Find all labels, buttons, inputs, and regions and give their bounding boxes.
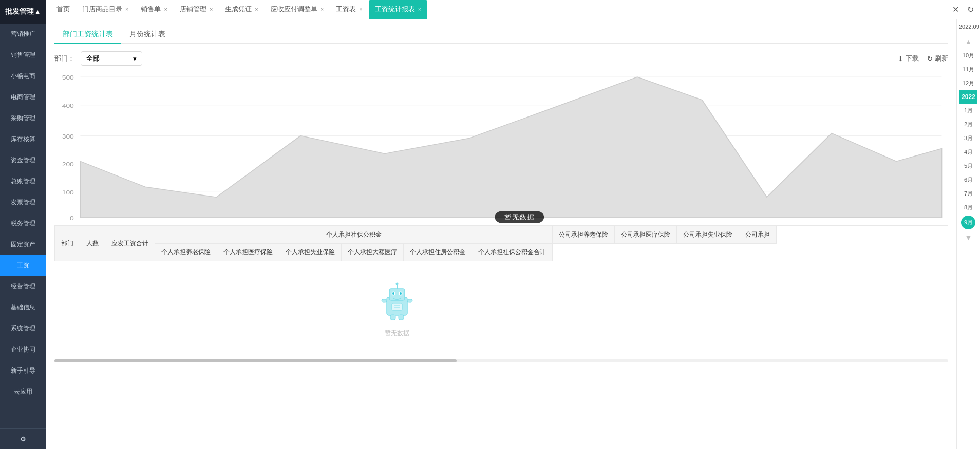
sub-tab-0[interactable]: 部门工资统计表 bbox=[54, 26, 121, 44]
svg-point-21 bbox=[392, 292, 394, 295]
download-label: 下载 bbox=[906, 54, 919, 63]
sidebar-item-销售管理[interactable]: 销售管理 bbox=[0, 45, 46, 66]
sidebar-item-工资[interactable]: 工资 bbox=[0, 255, 46, 276]
date-sidebar: 2022.09 ▲ 10月11月12月20221月2月3月4月5月6月7月8月9… bbox=[956, 19, 980, 449]
empty-state: 暂无数据 bbox=[55, 261, 739, 358]
chart-svg: 500 400 300 200 100 0 bbox=[54, 72, 948, 225]
sidebar-item-基础信息[interactable]: 基础信息 bbox=[0, 297, 46, 318]
date-item-5月[interactable]: 5月 bbox=[959, 159, 977, 173]
tab-1[interactable]: 门店商品目录× bbox=[76, 0, 135, 19]
tab-close-7[interactable]: × bbox=[418, 6, 421, 12]
refresh-button[interactable]: ↻ bbox=[965, 3, 976, 16]
tab-5[interactable]: 应收应付调整单× bbox=[265, 0, 330, 19]
sidebar-item-税务管理[interactable]: 税务管理 bbox=[0, 213, 46, 234]
sidebar-title: 批发管理 bbox=[5, 7, 34, 16]
sidebar-item-固定资产[interactable]: 固定资产 bbox=[0, 234, 46, 255]
tab-7[interactable]: 工资统计报表× bbox=[369, 0, 427, 19]
department-select[interactable]: 全部 ▾ bbox=[81, 51, 142, 66]
sidebar-item-电商管理[interactable]: 电商管理 bbox=[0, 87, 46, 108]
tab-close-5[interactable]: × bbox=[321, 6, 324, 12]
tab-label-2: 销售单 bbox=[141, 5, 161, 14]
download-button[interactable]: ⬇ 下载 bbox=[898, 54, 919, 63]
sidebar-item-云应用[interactable]: 云应用 bbox=[0, 381, 46, 402]
date-item-2022[interactable]: 2022 bbox=[959, 90, 977, 104]
date-item-2月[interactable]: 2月 bbox=[959, 118, 977, 131]
date-nav-down[interactable]: ▼ bbox=[962, 230, 976, 245]
sub-tab-1[interactable]: 月份统计表 bbox=[121, 26, 174, 44]
svg-point-22 bbox=[400, 292, 402, 295]
date-item-4月[interactable]: 4月 bbox=[959, 145, 977, 159]
svg-rect-26 bbox=[399, 315, 404, 320]
sidebar-item-系统管理[interactable]: 系统管理 bbox=[0, 318, 46, 339]
date-item-3月[interactable]: 3月 bbox=[959, 131, 977, 145]
toolbar-right: ⬇ 下载 ↻ 刷新 bbox=[898, 54, 948, 63]
tab-3[interactable]: 店铺管理× bbox=[174, 0, 219, 19]
svg-text:0: 0 bbox=[70, 215, 74, 221]
tab-label-0: 首页 bbox=[56, 5, 70, 14]
main-area: 首页门店商品目录×销售单×店铺管理×生成凭证×应收应付调整单×工资表×工资统计报… bbox=[46, 0, 980, 449]
sidebar-item-采购管理[interactable]: 采购管理 bbox=[0, 108, 46, 129]
sidebar-item-总账管理[interactable]: 总账管理 bbox=[0, 171, 46, 192]
refresh-data-button[interactable]: ↻ 刷新 bbox=[927, 54, 948, 63]
date-item-9月[interactable]: 9月 bbox=[961, 216, 975, 229]
sub-tabs: 部门工资统计表月份统计表 bbox=[54, 26, 948, 44]
sidebar-settings[interactable]: ⚙ bbox=[0, 428, 46, 449]
th-personal-old: 个人承担养老保险 bbox=[155, 244, 217, 261]
sidebar-item-库存核算[interactable]: 库存核算 bbox=[0, 129, 46, 150]
close-all-button[interactable]: ✕ bbox=[950, 3, 961, 16]
tab-2[interactable]: 销售单× bbox=[135, 0, 173, 19]
tab-close-2[interactable]: × bbox=[164, 6, 167, 12]
sidebar-collapse-icon[interactable]: ▲ bbox=[34, 8, 41, 16]
svg-rect-25 bbox=[390, 315, 395, 320]
tab-4[interactable]: 生成凭证× bbox=[219, 0, 264, 19]
th-personal-unemployment: 个人承担失业保险 bbox=[279, 244, 342, 261]
date-item-12月[interactable]: 12月 bbox=[959, 76, 977, 90]
sidebar-item-营销推广[interactable]: 营销推广 bbox=[0, 24, 46, 45]
sidebar-item-发票管理[interactable]: 发票管理 bbox=[0, 192, 46, 213]
svg-rect-16 bbox=[389, 289, 405, 300]
svg-marker-12 bbox=[80, 77, 941, 218]
svg-rect-24 bbox=[407, 299, 412, 302]
th-personal-large-medical: 个人承担大额医疗 bbox=[342, 244, 404, 261]
th-department: 部门 bbox=[55, 226, 80, 261]
tab-close-1[interactable]: × bbox=[125, 6, 128, 12]
th-personal-medical: 个人承担医疗保险 bbox=[217, 244, 279, 261]
tab-close-4[interactable]: × bbox=[255, 6, 258, 12]
sidebar-item-企业协同[interactable]: 企业协同 bbox=[0, 339, 46, 360]
sidebar-header[interactable]: 批发管理 ▲ bbox=[0, 0, 46, 24]
svg-text:300: 300 bbox=[62, 133, 74, 140]
svg-text:暂无数据: 暂无数据 bbox=[504, 214, 534, 220]
empty-robot-icon bbox=[376, 282, 418, 323]
svg-rect-27 bbox=[392, 303, 402, 310]
empty-row: 暂无数据 bbox=[55, 261, 777, 359]
chart-area: 500 400 300 200 100 0 bbox=[54, 72, 948, 226]
refresh-icon: ↻ bbox=[927, 55, 933, 63]
tab-0[interactable]: 首页 bbox=[50, 0, 76, 19]
tab-close-3[interactable]: × bbox=[210, 6, 213, 12]
th-company-other: 公司承担 bbox=[739, 226, 777, 244]
sidebar-item-资金管理[interactable]: 资金管理 bbox=[0, 150, 46, 171]
content-area: 部门工资统计表月份统计表 部门： 全部 ▾ ⬇ 下载 bbox=[46, 19, 980, 449]
table-container[interactable]: 部门 人数 应发工资合计 个人承担社保公积金 公司承担养老保险 公司承担医疗保险… bbox=[54, 226, 948, 443]
date-item-10月[interactable]: 10月 bbox=[959, 49, 977, 63]
tab-close-6[interactable]: × bbox=[359, 6, 362, 12]
data-table: 部门 人数 应发工资合计 个人承担社保公积金 公司承担养老保险 公司承担医疗保险… bbox=[54, 226, 777, 358]
date-nav-up[interactable]: ▲ bbox=[962, 34, 976, 49]
empty-label: 暂无数据 bbox=[385, 329, 409, 338]
sidebar-item-新手引导[interactable]: 新手引导 bbox=[0, 360, 46, 381]
tab-label-4: 生成凭证 bbox=[225, 5, 252, 14]
tab-label-6: 工资表 bbox=[336, 5, 356, 14]
th-personal-housing: 个人承担住房公积金 bbox=[404, 244, 472, 261]
date-sidebar-header: 2022.09 bbox=[957, 19, 980, 34]
sidebar-item-小畅电商[interactable]: 小畅电商 bbox=[0, 66, 46, 87]
department-value: 全部 bbox=[86, 54, 100, 63]
date-item-1月[interactable]: 1月 bbox=[959, 104, 977, 118]
sidebar-item-经营管理[interactable]: 经营管理 bbox=[0, 276, 46, 297]
tab-6[interactable]: 工资表× bbox=[330, 0, 368, 19]
date-item-11月[interactable]: 11月 bbox=[959, 63, 977, 76]
date-item-8月[interactable]: 8月 bbox=[959, 201, 977, 214]
date-item-6月[interactable]: 6月 bbox=[959, 173, 977, 187]
toolbar-left: 部门： 全部 ▾ bbox=[54, 51, 142, 66]
svg-text:100: 100 bbox=[62, 190, 74, 196]
date-item-7月[interactable]: 7月 bbox=[959, 187, 977, 201]
